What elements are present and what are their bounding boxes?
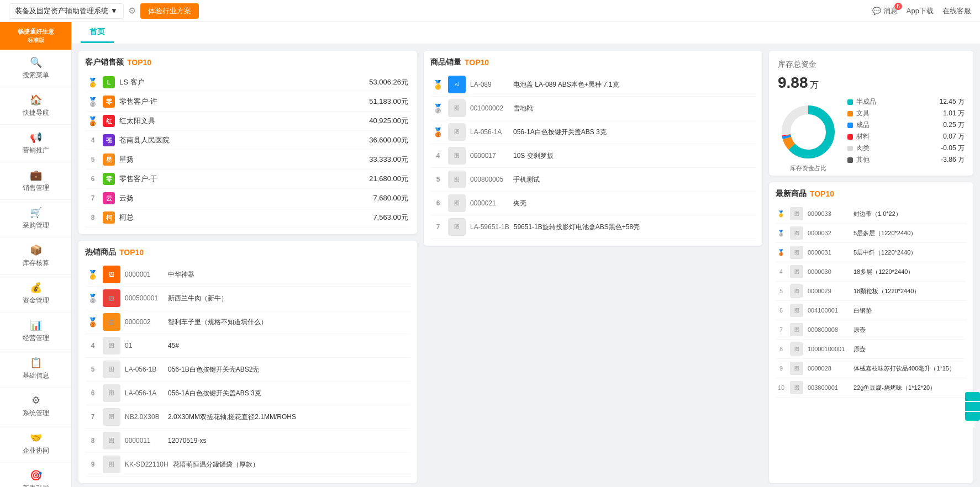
system-icon: ⚙ (31, 394, 40, 406)
float-buttons: 客服热线 服务社区 直播 (965, 392, 980, 421)
sidebar-item-inventory[interactable]: 📦 库存核算 (0, 237, 71, 275)
table-row: 🥉 红 红太阳文具 40,925.00元 (85, 112, 410, 131)
product-name: 5层中纤（1220*2440） (853, 248, 966, 257)
list-item: 5 图 0000029 18颗粒板（1220*2440） (776, 282, 967, 301)
list-item: 7 图 NB2.0X30B 2.0X30MM双搓花轴,搓花直径2.1MM/ROH… (85, 405, 410, 429)
table-row: 8 柯 柯总 7,563.00元 (85, 208, 410, 227)
donut-chart: 库存资金占比 (778, 102, 839, 162)
sidebar-item-quicknav[interactable]: 🏠 快捷导航 (0, 87, 71, 125)
float-btn-service[interactable]: 客服热线 (965, 392, 980, 401)
sidebar-item-marketing[interactable]: 📢 营销推广 (0, 125, 71, 162)
sidebar-item-guide[interactable]: 🎯 新手引导 (0, 463, 71, 487)
sidebar-item-system[interactable]: ⚙ 系统管理 (0, 388, 71, 425)
product-name: 中华神器 (168, 270, 408, 279)
product-code: 0000001 (125, 271, 164, 278)
legend-item: 文具 1.01 万 (847, 109, 965, 118)
product-image: 图 (790, 246, 803, 259)
finance-icon: 💰 (30, 282, 42, 294)
legend-dot (847, 146, 853, 151)
purchase-icon: 🛒 (30, 207, 42, 219)
customer-amount: 21,680.00元 (369, 174, 408, 184)
hot-products-list: 🥇 🖼 0000001 中华神器 🥈 🖼 000500001 新西兰牛肉（新牛） (85, 263, 410, 477)
product-name: 18颗粒板（1220*2440） (853, 287, 966, 295)
legend-value: 12.45 万 (940, 97, 965, 107)
sidebar-item-basic-info[interactable]: 📋 基础信息 (0, 350, 71, 388)
system-selector[interactable]: 装备及固定资产辅助管理系统 ▼ (9, 3, 124, 19)
product-image: 图 (790, 265, 803, 278)
product-code: LA-056-1A (470, 128, 509, 136)
operations-icon: 📊 (30, 319, 42, 331)
product-code: NB2.0X30B (125, 413, 164, 421)
product-name: 封边带（1.0*22） (853, 210, 966, 218)
tab-home[interactable]: 首页 (81, 23, 114, 43)
customer-badge: 云 (103, 192, 115, 204)
customer-ranking-card: 客户销售额 TOP10 🥇 L LS 客户 53,006.26元 (78, 51, 417, 234)
sidebar-item-label: 搜索菜单 (23, 71, 49, 80)
inventory-title: 库存总资金 (778, 60, 965, 70)
app-body: 畅捷通好生意 标准版 🔍 搜索菜单 🏠 快捷导航 📢 营销推广 💼 销售管理 🛒… (0, 22, 980, 487)
product-image: 图 (790, 342, 803, 356)
sidebar-item-sales[interactable]: 💼 销售管理 (0, 162, 71, 200)
basicinfo-icon: 📋 (30, 357, 42, 369)
product-code: LA-056-1B (125, 366, 164, 373)
legend-item: 材料 0.07 万 (847, 132, 965, 141)
float-btn-community[interactable]: 服务社区 (965, 402, 980, 411)
newest-products-title: 最新商品 TOP10 (776, 189, 967, 199)
float-btn-live[interactable]: 直播 (965, 412, 980, 421)
messages-wrap[interactable]: 💬 消息 6 (872, 6, 898, 16)
product-image: Ai (448, 76, 466, 93)
product-name: 原壶 (853, 326, 966, 334)
online-service[interactable]: 在线客服 (942, 6, 971, 16)
sidebar-item-label: 基础信息 (23, 371, 49, 380)
settings-icon[interactable]: ⚙ (128, 6, 136, 16)
product-image: 图 (103, 456, 120, 473)
product-image: 图 (790, 226, 803, 240)
product-image: 🖼 (103, 289, 120, 307)
medal-icon: 🥈 (777, 230, 786, 237)
right-column: 库存总资金 9.88 万 (769, 51, 973, 483)
customer-name: 柯总 (119, 213, 368, 223)
list-item: 8 图 0000011 12070519-xs (85, 429, 410, 453)
sidebar-item-purchase[interactable]: 🛒 采购管理 (0, 200, 71, 237)
sidebar-item-operations[interactable]: 📊 经营管理 (0, 313, 71, 350)
product-name: 59651-1B旋转投影灯电池盒ABS黑色+58壳 (514, 223, 754, 232)
product-code: 0000029 (808, 288, 849, 294)
list-item: 4 图 01 45# (85, 334, 410, 358)
sidebar-item-enterprise[interactable]: 🤝 企业协同 (0, 425, 71, 463)
product-code: 0000011 (125, 437, 164, 444)
product-name: 手机测试 (513, 175, 754, 184)
main-nav: 首页 (72, 22, 980, 44)
marketing-icon: 📢 (30, 131, 42, 144)
product-image: 图 (103, 432, 120, 449)
sidebar-item-label: 销售管理 (23, 183, 49, 193)
product-image: 图 (448, 194, 466, 212)
list-item: 🥇 🖼 0000001 中华神器 (85, 263, 410, 287)
home-icon: 🏠 (30, 94, 42, 106)
customer-amount: 36,600.00元 (369, 135, 408, 145)
product-code: LA-089 (470, 81, 509, 88)
medal-icon: 🥇 (87, 77, 98, 88)
product-name: 智利车子里（规格不知道填什么） (168, 317, 408, 327)
logo-title: 畅捷通好生意 (18, 28, 54, 35)
legend-value: -0.05 万 (941, 144, 965, 153)
trial-button[interactable]: 体验行业方案 (140, 3, 199, 19)
inventory-icon: 📦 (30, 244, 42, 256)
table-row: 6 零 零售客户-于 21,680.00元 (85, 170, 410, 189)
list-item: 4 图 0000030 18多层（1220*2440） (776, 262, 967, 282)
legend-name: 成品 (856, 120, 940, 130)
list-item: 🥇 图 0000033 封边带（1.0*22） (776, 204, 967, 224)
customer-amount: 33,333.00元 (369, 155, 408, 165)
customer-ranking-title: 客户销售额 TOP10 (85, 57, 410, 67)
customer-amount: 40,925.00元 (369, 116, 408, 126)
product-code: 0000032 (808, 230, 849, 236)
product-image: 图 (790, 362, 803, 375)
sidebar-item-search[interactable]: 🔍 搜索菜单 (0, 50, 71, 87)
product-code: 0000031 (808, 249, 849, 256)
list-item: 5 图 LA-056-1B 056-1B白色按键开关壳ABS2壳 (85, 358, 410, 382)
list-item: 6 图 LA-056-1A 056-1A白色按键开关盖ABS 3克 (85, 382, 410, 405)
product-name: 新西兰牛肉（新牛） (168, 294, 408, 303)
sidebar-item-finance[interactable]: 💰 资金管理 (0, 275, 71, 313)
product-code: LA-59651-1B (470, 223, 509, 231)
app-download[interactable]: App下载 (907, 6, 934, 16)
medal-icon: 🥉 (87, 116, 98, 126)
